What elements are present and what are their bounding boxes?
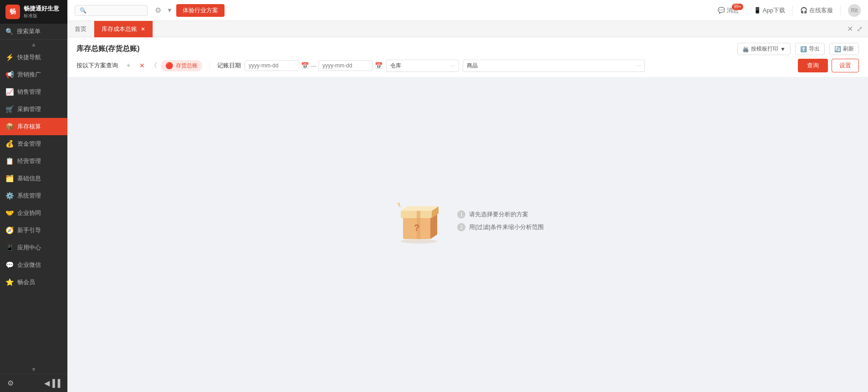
empty-icon: ? [392,193,446,248]
app-edition: 标准版 [24,13,59,19]
tab-right-actions: ✕ ⤢ [842,25,868,33]
message-btn[interactable]: 💬 消息 99+ [718,6,739,15]
scheme-icon: 🔴 [165,62,173,69]
sidebar-item-quick-nav[interactable]: ⚡ 快捷导航 [0,49,67,66]
sidebar-item-label: 销售管理 [17,88,41,96]
sidebar-item-marketing[interactable]: 📢 营销推广 [0,66,67,83]
service-icon: 🎧 [800,7,807,14]
warehouse-label: 仓库 [390,62,401,70]
export-label: 导出 [809,45,820,53]
topbar-search-icon: 🔍 [80,7,87,14]
sales-icon: 📈 [5,88,14,96]
sidebar: 畅 畅捷通好生意 标准版 🔍 搜索菜单 ▲ ⚡ 快捷导航 📢 营销推广 📈 销售… [0,0,67,392]
quick-nav-icon: ⚡ [5,53,14,61]
online-service-label: 在线客服 [809,6,833,15]
sidebar-search[interactable]: 🔍 搜索菜单 [0,24,67,40]
date-field-label: 记账日期 [217,61,241,70]
purchase-icon: 🛒 [5,105,14,113]
tab-expand-icon[interactable]: ⤢ [857,25,863,33]
sidebar-item-label: 快捷导航 [17,53,41,61]
sidebar-item-label: 采购管理 [17,105,41,113]
audio-footer-icon[interactable]: ◀▐▐ [44,379,60,387]
divider2 [792,6,793,15]
filter-add-btn[interactable]: + [123,61,133,71]
sidebar-nav: ⚡ 快捷导航 📢 营销推广 📈 销售管理 🛒 采购管理 📦 库存核算 💰 资金管… [0,49,67,365]
app-name: 畅捷通好生意 [24,5,59,13]
message-badge: 99+ [732,4,743,10]
divider1 [746,6,746,15]
refresh-btn[interactable]: 🔄 刷新 [829,43,859,55]
online-service-btn[interactable]: 🎧 在线客服 [800,6,833,15]
product-label: 商品 [467,62,478,70]
filter-collapse-btn[interactable]: 《 [151,61,157,70]
tip-num-2: 2 [457,223,465,231]
sidebar-item-guide[interactable]: 🧭 新手引导 [0,222,67,239]
sidebar-item-enterprise[interactable]: 🤝 企业协同 [0,204,67,222]
sidebar-item-label: 基础信息 [17,174,41,183]
tab-home[interactable]: 首页 [67,21,94,37]
sidebar-item-operations[interactable]: 📋 经营管理 [0,153,67,170]
scheme-tag[interactable]: 🔴 存货总账 [161,60,202,71]
app-download-label: App下载 [763,6,785,15]
sidebar-scroll-down[interactable]: ▼ [0,365,67,374]
date-to-input[interactable] [318,60,373,71]
sidebar-item-label: 库存核算 [17,122,41,131]
svg-point-0 [401,239,437,244]
topbar-search-box[interactable]: 🔍 [75,5,148,16]
refresh-icon: 🔄 [834,46,841,52]
date-separator: — [311,62,317,69]
sidebar-footer: ⚙ ◀▐▐ [0,374,67,392]
marketing-icon: 📢 [5,71,14,79]
operations-icon: 📋 [5,157,14,165]
cal-to-icon[interactable]: 📅 [375,62,383,69]
sidebar-item-inventory[interactable]: 📦 库存核算 [0,118,67,135]
sidebar-item-member[interactable]: ⭐ 畅会员 [0,274,67,291]
tab-inventory-cost[interactable]: 库存成本总账 ✕ [94,21,153,37]
page-header-top: 库存总账(存货总账) 🖨️ 按模板打印 ▼ ⬆️ 导出 🔄 刷新 [67,37,868,55]
sidebar-item-wechat[interactable]: 💬 企业微信 [0,256,67,274]
sidebar-item-label: 企业微信 [17,261,41,269]
app-download-icon: 📱 [754,7,761,14]
date-from-input[interactable] [245,60,299,71]
avatar[interactable]: Rit [848,4,861,17]
finance-icon: 💰 [5,140,14,148]
export-btn[interactable]: ⬆️ 导出 [795,43,825,55]
product-filter[interactable]: 商品 ··· [463,60,645,72]
topbar-dropdown-icon[interactable]: ▼ [167,7,173,14]
tab-close-panel-icon[interactable]: ✕ [847,25,853,33]
sidebar-item-label: 系统管理 [17,192,41,200]
date-range: 📅 — 📅 [245,60,383,71]
sidebar-scroll-up[interactable]: ▲ [0,40,67,49]
message-icon: 💬 [718,7,725,14]
tab-inventory-cost-label: 库存成本总账 [102,25,137,33]
sidebar-item-app-center[interactable]: 📱 应用中心 [0,239,67,256]
sidebar-item-label: 资金管理 [17,140,41,148]
settings-footer-icon[interactable]: ⚙ [7,379,14,387]
tab-close-btn[interactable]: ✕ [141,26,145,32]
main-area: 🔍 ⚙ ▼ 体验行业方案 💬 消息 99+ 📱 App下载 🎧 在线客服 [67,0,868,392]
content-area: ? 1 请先选择要分析的方案 2 用[过滤]条件来缩小分析范围 [67,77,868,392]
cal-from-icon[interactable]: 📅 [301,62,309,69]
scheme-tag-label: 存货总账 [176,62,198,70]
tip-num-1: 1 [457,210,465,219]
sidebar-item-sales[interactable]: 📈 销售管理 [0,83,67,101]
print-dropdown-icon: ▼ [780,46,786,52]
empty-tip-2: 2 用[过滤]条件来缩小分析范围 [457,223,543,231]
svg-line-11 [398,204,399,204]
sidebar-item-finance[interactable]: 💰 资金管理 [0,135,67,153]
print-btn[interactable]: 🖨️ 按模板打印 ▼ [737,43,791,55]
query-btn[interactable]: 查询 [798,59,828,72]
app-download-btn[interactable]: 📱 App下载 [754,6,785,15]
sidebar-item-system[interactable]: ⚙️ 系统管理 [0,187,67,204]
warehouse-filter[interactable]: 仓库 ··· [386,60,459,72]
sidebar-item-purchase[interactable]: 🛒 采购管理 [0,101,67,118]
settings-btn[interactable]: 设置 [832,59,859,72]
tabs-bar: 首页 库存成本总账 ✕ ✕ ⤢ [67,21,868,37]
filter-del-btn[interactable]: ✕ [137,61,147,71]
industry-btn[interactable]: 体验行业方案 [176,4,225,17]
product-more-icon: ··· [636,62,641,69]
wechat-icon: 💬 [5,261,14,269]
topbar-settings-icon[interactable]: ⚙ [155,6,161,15]
sidebar-item-basics[interactable]: 🗂️ 基础信息 [0,170,67,187]
sidebar-item-label: 营销推广 [17,71,41,79]
